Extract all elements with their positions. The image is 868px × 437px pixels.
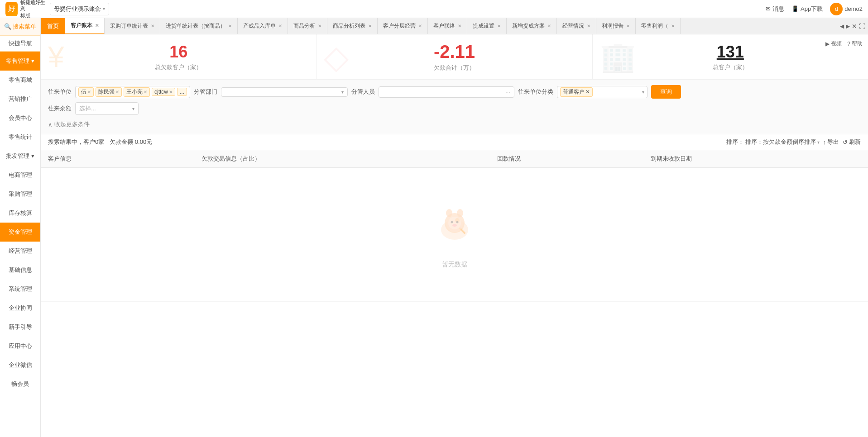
user-avatar[interactable]: d demo2 xyxy=(830,3,863,15)
tab-production[interactable]: 产成品入库单 ✕ xyxy=(238,18,288,34)
content-area: 首页 客户账本 ✕ 采购订单统计表 ✕ 进货单统计表（按商品） ✕ 产成品入库单… xyxy=(41,18,868,437)
filter-balance-select[interactable]: 选择... ▾ xyxy=(75,102,139,115)
collapse-icon: ∧ xyxy=(48,121,53,128)
sidebar-quick-nav[interactable]: 快捷导航 xyxy=(0,36,40,52)
tenant-selector[interactable]: 母婴行业演示账套 ▾ xyxy=(50,3,109,15)
tab-next-icon[interactable]: ▶ xyxy=(846,23,850,29)
stat-label-total-customers: 总客户（家） xyxy=(713,63,748,71)
video-button[interactable]: ▶ 视频 xyxy=(825,40,842,48)
sidebar-item-finance[interactable]: 资金管理 xyxy=(0,223,40,242)
filter-tag-unit-3: 王小亮 ✕ xyxy=(124,87,150,97)
sidebar-item-basic[interactable]: 基础信息 xyxy=(0,261,40,280)
sidebar-item-retail-stats[interactable]: 零售统计 xyxy=(0,128,40,147)
filter-unit-input[interactable]: 伍 ✕ 陈民强 ✕ 王小亮 ✕ cjttcw ✕ xyxy=(75,86,190,98)
sidebar-item-collab[interactable]: 企业协同 xyxy=(0,299,40,318)
message-button[interactable]: ✉ 消息 xyxy=(766,5,784,13)
sidebar-item-member[interactable]: 会员中心 xyxy=(0,109,40,128)
tab-commission-new[interactable]: 新增提成方案 ✕ xyxy=(507,18,557,34)
top-bar: 好 畅捷通好生意 标版 母婴行业演示账套 ▾ ✉ 消息 📱 App下载 d de… xyxy=(0,0,868,18)
close-tab-icon[interactable]: ✕ xyxy=(497,24,501,28)
tab-commission[interactable]: 提成设置 ✕ xyxy=(467,18,507,34)
chevron-down-icon: ▾ xyxy=(341,90,344,95)
export-button[interactable]: ↑ 导出 xyxy=(823,138,839,146)
sidebar-item-operation[interactable]: 经营管理 xyxy=(0,242,40,261)
close-tab-icon[interactable]: ✕ xyxy=(368,24,372,28)
svg-point-6 xyxy=(457,209,463,217)
sidebar-item-retail[interactable]: 零售管理 ▾ xyxy=(0,52,40,71)
tab-home[interactable]: 首页 xyxy=(41,18,65,34)
close-tab-icon[interactable]: ✕ xyxy=(671,24,675,28)
filter-unit-class[interactable]: 普通客户 ✕ ▾ xyxy=(557,86,647,98)
tab-prev-icon[interactable]: ◀ xyxy=(840,23,844,29)
close-tab-icon[interactable]: ✕ xyxy=(587,24,590,28)
close-tab-icon[interactable]: ✕ xyxy=(318,24,321,28)
download-button[interactable]: 📱 App下载 xyxy=(791,5,823,13)
filter-label-balance: 往来余额 xyxy=(48,104,72,113)
sidebar-item-purchase[interactable]: 采购管理 xyxy=(0,185,40,204)
sidebar-item-wholesale[interactable]: 批发管理 ▾ xyxy=(0,147,40,166)
remove-tag-unit-1[interactable]: ✕ xyxy=(87,90,91,95)
avatar-icon: d xyxy=(830,3,843,15)
stat-value-overdue-amount: -2.11 xyxy=(434,42,475,62)
collapse-filters-button[interactable]: ∧ 收起更多条件 xyxy=(48,120,861,128)
close-tab-icon[interactable]: ✕ xyxy=(278,24,282,28)
tab-goods-analysis[interactable]: 商品分析 ✕ xyxy=(288,18,327,34)
refresh-button[interactable]: ↺ 刷新 xyxy=(843,138,861,146)
tab-profit[interactable]: 利润报告 ✕ xyxy=(596,18,636,34)
remove-tag-class-1[interactable]: ✕ xyxy=(585,89,590,95)
stat-value-total-customers: 131 xyxy=(717,43,744,62)
col-header-customer: 客户信息 xyxy=(41,150,194,168)
tab-purchase-stats[interactable]: 进货单统计表（按商品） ✕ xyxy=(160,18,238,34)
result-actions: 排序： 排序：按欠款金额倒序排序 ▾ ↑ 导出 ↺ 刷新 xyxy=(726,138,861,146)
download-icon: 📱 xyxy=(791,5,799,12)
sidebar-search[interactable]: 🔍 搜索菜单 xyxy=(0,18,40,36)
sidebar-item-appcenter[interactable]: 应用中心 xyxy=(0,337,40,356)
stat-card-overdue-customers: ¥ 16 总欠款客户（家） xyxy=(41,34,317,79)
help-button[interactable]: ? 帮助 xyxy=(847,40,863,48)
close-tab-icon[interactable]: ✕ xyxy=(547,24,551,28)
tab-customer-contact[interactable]: 客户联络 ✕ xyxy=(428,18,467,34)
close-tab-icon[interactable]: ✕ xyxy=(151,24,154,28)
tab-fullscreen-icon[interactable]: ⛶ xyxy=(859,23,865,30)
remove-tag-unit-3[interactable]: ✕ xyxy=(144,90,147,95)
col-header-repayment: 回款情况 xyxy=(490,150,643,168)
remove-tag-unit-2[interactable]: ✕ xyxy=(115,90,119,95)
tab-business[interactable]: 经营情况 ✕ xyxy=(557,18,596,34)
tab-retail-profit[interactable]: 零售利润（ ✕ xyxy=(636,18,681,34)
filter-dept-select[interactable]: ▾ xyxy=(221,87,348,97)
close-tab-icon[interactable]: ✕ xyxy=(95,23,99,28)
filter-person-input[interactable]: ··· xyxy=(379,86,514,98)
result-amount: 欠款金额 0.00元 xyxy=(110,138,152,146)
chevron-down-icon: ▾ xyxy=(132,106,134,111)
sort-select[interactable]: 排序： 排序：按欠款金额倒序排序 ▾ xyxy=(726,138,820,146)
sidebar-item-system[interactable]: 系统管理 xyxy=(0,280,40,299)
close-tab-icon[interactable]: ✕ xyxy=(626,24,630,28)
sidebar-item-wechat[interactable]: 企业微信 xyxy=(0,356,40,375)
close-tab-icon[interactable]: ✕ xyxy=(228,24,232,28)
empty-state: 暂无数据 xyxy=(48,173,861,296)
logo-text: 畅捷通好生意 标版 xyxy=(20,0,46,19)
help-icon: ? xyxy=(847,41,850,47)
stat-right-actions: ▶ 视频 ? 帮助 xyxy=(825,40,863,48)
close-tab-icon[interactable]: ✕ xyxy=(458,24,461,28)
sidebar-item-ecommerce[interactable]: 电商管理 xyxy=(0,166,40,185)
main-layout: 🔍 搜索菜单 快捷导航 零售管理 ▾ 零售商城 营销推广 会员中心 零售统计 批… xyxy=(0,18,868,437)
filter-tag-more[interactable]: ... xyxy=(177,88,187,96)
remove-tag-unit-4[interactable]: ✕ xyxy=(169,90,173,95)
svg-point-5 xyxy=(446,209,452,217)
tab-close-all-icon[interactable]: ✕ xyxy=(852,23,857,30)
tab-goods-list[interactable]: 商品分析列表 ✕ xyxy=(327,18,378,34)
search-button[interactable]: 查询 xyxy=(651,85,681,99)
tab-customer-ledger[interactable]: 客户账本 ✕ xyxy=(65,18,105,34)
tab-customer-ops[interactable]: 客户分层经营 ✕ xyxy=(378,18,428,34)
table-container: 客户信息 欠款交易信息（占比） 回款情况 到期未收款日期 xyxy=(41,150,868,302)
stats-row: ¥ 16 总欠款客户（家） ◇ -2.11 欠款合计（万） 🏢 ▶ xyxy=(41,34,868,80)
tab-purchase-order[interactable]: 采购订单统计表 ✕ xyxy=(105,18,160,34)
sidebar-item-newbie[interactable]: 新手引导 xyxy=(0,318,40,337)
sidebar-item-marketing[interactable]: 营销推广 xyxy=(0,90,40,109)
sidebar-item-retail-mall[interactable]: 零售商城 xyxy=(0,71,40,90)
sidebar-item-inventory[interactable]: 库存核算 xyxy=(0,204,40,223)
close-tab-icon[interactable]: ✕ xyxy=(418,24,422,28)
sidebar-item-vip[interactable]: 畅会员 xyxy=(0,375,40,394)
no-data-illustration xyxy=(432,200,477,246)
